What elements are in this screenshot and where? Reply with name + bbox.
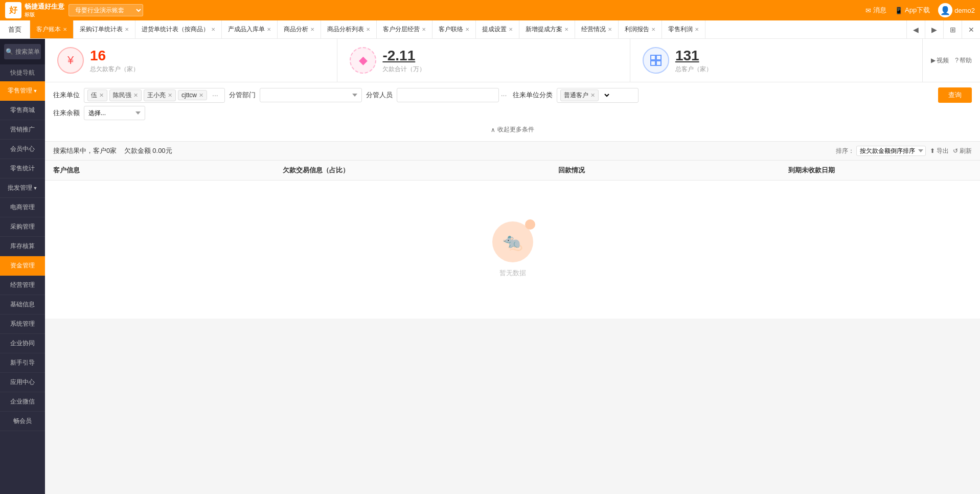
sidebar-item-purchase[interactable]: 采购管理: [0, 217, 45, 237]
quick-nav-btn[interactable]: 快捷导航: [0, 64, 45, 81]
close-icon[interactable]: ✕: [267, 27, 271, 32]
filter-area: 往来单位 伍 ✕ 陈民强 ✕ 王小亮 ✕ cjttcw: [45, 82, 980, 142]
workspace-selector[interactable]: 母婴行业演示账套: [69, 4, 143, 16]
remove-tag-chen[interactable]: ✕: [133, 92, 138, 99]
logo-area: 好 畅捷通好生意 标版: [5, 2, 64, 18]
sidebar-item-finance[interactable]: 资金管理: [0, 256, 45, 276]
video-link[interactable]: ▶ 视频: [931, 56, 949, 65]
content-area: ¥ 16 总欠款客户（家） ◆ -2.11 欠款合计（万）: [45, 39, 980, 494]
empty-icon: 🐀: [492, 221, 533, 262]
export-btn[interactable]: ⬆ 导出: [930, 147, 949, 155]
filter-tag-wang: 王小亮 ✕: [144, 89, 176, 101]
sidebar-item-wechat-enterprise[interactable]: 企业微信: [0, 392, 45, 412]
close-icon[interactable]: ✕: [608, 27, 612, 32]
close-icon[interactable]: ✕: [509, 27, 513, 32]
sidebar-item-retail[interactable]: 零售管理 ▼: [0, 81, 45, 101]
nav-close-all-btn[interactable]: ✕: [962, 20, 980, 39]
close-icon[interactable]: ✕: [310, 27, 314, 32]
stat-text-2: -2.11 欠款合计（万）: [382, 48, 617, 74]
remove-tag-normal[interactable]: ✕: [590, 92, 595, 99]
dept-select-wrap: [260, 88, 362, 102]
col-header-customer: 客户信息: [53, 166, 283, 175]
nav-next-btn[interactable]: ▶: [925, 20, 943, 39]
category-label: 往来单位分类: [513, 91, 553, 100]
download-icon: 📱: [895, 7, 903, 14]
user-menu[interactable]: 👤 demo2: [938, 3, 975, 17]
remove-tag-wu[interactable]: ✕: [99, 92, 104, 99]
sidebar-item-basic-info[interactable]: 基础信息: [0, 295, 45, 315]
expand-arrow-icon: ▼: [33, 88, 38, 94]
category-select-wrap[interactable]: 普通客户 ✕: [557, 88, 639, 103]
category-dropdown[interactable]: [601, 92, 611, 99]
close-icon[interactable]: ✕: [211, 27, 215, 32]
col-header-date: 到期未收款日期: [788, 166, 972, 175]
nav-expand-btn[interactable]: ⊞: [943, 20, 962, 39]
tab-inbound-stats[interactable]: 进货单统计表（按商品） ✕: [135, 20, 222, 39]
tab-product-analysis[interactable]: 商品分析 ✕: [278, 20, 321, 39]
refresh-icon: ↺: [953, 147, 958, 154]
main-layout: 🔍 搜索菜单 快捷导航 零售管理 ▼ 零售商城 营销推广 会员中心 零售统计: [0, 39, 980, 494]
tab-customer-layer[interactable]: 客户分层经营 ✕: [377, 20, 432, 39]
stats-bar: ¥ 16 总欠款客户（家） ◆ -2.11 欠款合计（万）: [45, 39, 980, 82]
nav-prev-btn[interactable]: ◀: [906, 20, 925, 39]
sidebar-item-system[interactable]: 系统管理: [0, 315, 45, 334]
sidebar-item-member[interactable]: 会员中心: [0, 140, 45, 159]
app-download-btn[interactable]: 📱 App下载: [895, 6, 930, 15]
nav-tabs: 首页 客户账本 ✕ 采购订单统计表 ✕ 进货单统计表（按商品） ✕ 产成品入库单…: [0, 20, 980, 39]
tab-profit-report[interactable]: 利润报告 ✕: [619, 20, 662, 39]
svg-rect-3: [656, 61, 661, 65]
remove-tag-wang[interactable]: ✕: [168, 92, 172, 99]
tab-home[interactable]: 首页: [0, 20, 30, 39]
close-icon[interactable]: ✕: [564, 27, 568, 32]
tab-product-analysis-list[interactable]: 商品分析列表 ✕: [321, 20, 377, 39]
tab-customer-contact[interactable]: 客户联络 ✕: [432, 20, 476, 39]
sidebar-item-inventory[interactable]: 库存核算: [0, 237, 45, 256]
tab-customer-ledger[interactable]: 客户账本 ✕: [30, 20, 74, 39]
tab-retail-profit[interactable]: 零售利润 ✕: [662, 20, 705, 39]
top-bar: 好 畅捷通好生意 标版 母婴行业演示账套 ✉ 消息 📱 App下载 👤 demo…: [0, 0, 980, 20]
sidebar-item-app-center[interactable]: 应用中心: [0, 373, 45, 392]
message-btn[interactable]: ✉ 消息: [865, 6, 886, 15]
person-dots-btn[interactable]: ···: [499, 91, 509, 99]
svg-rect-1: [656, 55, 661, 60]
person-input[interactable]: [397, 88, 499, 102]
sidebar-item-retail-mall[interactable]: 零售商城: [0, 101, 45, 120]
more-tags-btn[interactable]: ···: [209, 90, 221, 100]
balance-select[interactable]: 选择...: [84, 106, 145, 120]
help-link[interactable]: ? 帮助: [955, 56, 972, 65]
tab-product-inbound[interactable]: 产成品入库单 ✕: [222, 20, 278, 39]
close-icon[interactable]: ✕: [422, 27, 426, 32]
tab-operations[interactable]: 经营情况 ✕: [575, 20, 619, 39]
dept-select[interactable]: [260, 88, 362, 102]
close-icon[interactable]: ✕: [63, 27, 67, 32]
remove-tag-cjttcw[interactable]: ✕: [199, 92, 203, 99]
tab-commission-settings[interactable]: 提成设置 ✕: [476, 20, 519, 39]
stat-text-1: 16 总欠款客户（家）: [90, 48, 325, 74]
tab-purchase-stats[interactable]: 采购订单统计表 ✕: [74, 20, 135, 39]
svg-rect-2: [651, 61, 655, 65]
sidebar-item-marketing[interactable]: 营销推广: [0, 120, 45, 140]
sidebar: 🔍 搜索菜单 快捷导航 零售管理 ▼ 零售商城 营销推广 会员中心 零售统计: [0, 39, 45, 494]
sidebar-item-operations[interactable]: 经营管理: [0, 276, 45, 295]
close-icon[interactable]: ✕: [125, 27, 129, 32]
sidebar-item-enterprise-collab[interactable]: 企业协同: [0, 334, 45, 353]
sidebar-item-ecommerce[interactable]: 电商管理: [0, 198, 45, 217]
sort-select[interactable]: 按欠款金额倒序排序: [856, 146, 926, 156]
sidebar-item-wholesale[interactable]: 批发管理 ▼: [0, 178, 45, 198]
svg-rect-0: [651, 55, 655, 60]
sidebar-search-area: 🔍 搜索菜单: [0, 39, 45, 64]
collapse-btn[interactable]: ∧ 收起更多条件: [489, 123, 536, 136]
close-icon[interactable]: ✕: [366, 27, 370, 32]
close-icon[interactable]: ✕: [651, 27, 655, 32]
query-button[interactable]: 查询: [938, 87, 972, 103]
sidebar-item-retail-stats[interactable]: 零售统计: [0, 159, 45, 178]
table-header: 客户信息 欠款交易信息（占比） 回款情况 到期未收款日期: [45, 161, 980, 181]
sidebar-item-newbie[interactable]: 新手引导: [0, 353, 45, 373]
search-menu-btn[interactable]: 🔍 搜索菜单: [4, 44, 41, 59]
sidebar-item-member-program[interactable]: 畅会员: [0, 412, 45, 431]
close-icon[interactable]: ✕: [695, 27, 699, 32]
tab-add-commission[interactable]: 新增提成方案 ✕: [519, 20, 575, 39]
close-icon[interactable]: ✕: [465, 27, 469, 32]
unit-tags-input[interactable]: 伍 ✕ 陈民强 ✕ 王小亮 ✕ cjttcw ✕ ···: [84, 88, 225, 103]
refresh-btn[interactable]: ↺ 刷新: [953, 147, 972, 155]
